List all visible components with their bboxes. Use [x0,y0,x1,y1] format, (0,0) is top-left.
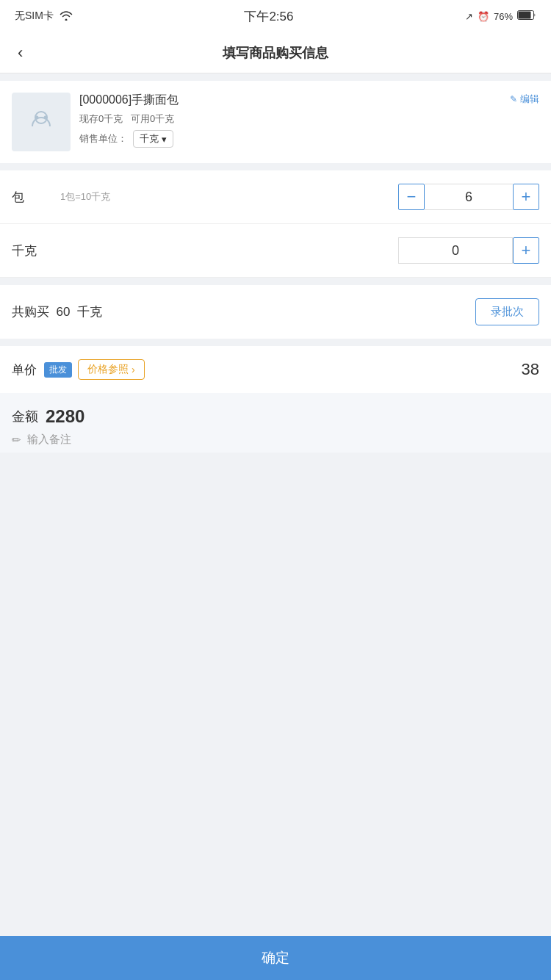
remark-row[interactable]: ✏ 输入备注 [12,433,539,447]
product-stock: 现存0千克 可用0千克 [79,112,539,126]
kg-qty-input[interactable] [398,237,513,264]
price-badge: 批发 [44,362,72,378]
battery-icon [517,10,536,22]
kg-increment-button[interactable]: + [513,237,539,264]
battery-text: 76% [494,11,513,22]
bag-sublabel: 1包=10千克 [60,190,398,203]
product-image [12,93,71,151]
price-label: 单价 [12,361,37,378]
nav-bar: ‹ 填写商品购买信息 [0,32,551,73]
input-section: 包 1包=10千克 − + 千克 + [0,170,551,278]
bottom-area [0,453,551,688]
amount-label: 金额 [12,408,38,425]
price-section: 单价 批发 价格参照 › 38 [0,346,551,393]
product-info: [0000006]手撕面包 ✎ 编辑 现存0千克 可用0千克 销售单位： 千克 … [79,93,539,148]
status-time: 下午2:56 [244,8,293,25]
status-right: ↗ ⏰ 76% [465,10,536,22]
product-card: [0000006]手撕面包 ✎ 编辑 现存0千克 可用0千克 销售单位： 千克 … [0,81,551,163]
bag-increment-button[interactable]: + [513,184,539,210]
unit-select[interactable]: 千克 ▾ [133,130,173,148]
amount-section: 金额 2280 ✏ 输入备注 [0,393,551,453]
bag-label: 包 [12,189,56,206]
kg-label: 千克 [12,242,56,259]
bag-qty-input[interactable] [425,184,513,210]
product-unit-row: 销售单位： 千克 ▾ [79,130,539,148]
summary-row: 共购买 60 千克 录批次 [0,285,551,339]
price-value: 38 [522,360,539,379]
carrier-text: 无SIM卡 [15,10,54,23]
product-name: [0000006]手撕面包 [79,93,179,108]
status-left: 无SIM卡 [15,10,73,23]
svg-rect-1 [518,12,530,19]
bag-qty-control: − + [398,184,539,210]
summary-text: 共购买 60 千克 [12,303,102,320]
back-button[interactable]: ‹ [12,37,29,68]
page-title: 填写商品购买信息 [223,44,328,62]
price-ref-button[interactable]: 价格参照 › [78,359,145,380]
remark-placeholder[interactable]: 输入备注 [27,433,71,447]
batch-button[interactable]: 录批次 [475,298,539,325]
kg-row: 千克 + [0,224,551,278]
edit-button[interactable]: ✎ 编辑 [510,93,539,106]
bag-row: 包 1包=10千克 − + [0,170,551,224]
status-bar: 无SIM卡 下午2:56 ↗ ⏰ 76% [0,0,551,32]
alarm-icon: ⏰ [478,11,489,22]
remark-icon: ✏ [12,433,21,447]
amount-row: 金额 2280 [12,406,539,427]
kg-qty-control: + [398,237,539,264]
confirm-button[interactable]: 确定 [0,936,551,980]
location-icon: ↗ [465,11,473,22]
wifi-icon [60,10,73,23]
bag-decrement-button[interactable]: − [398,184,425,210]
amount-value: 2280 [46,406,84,427]
